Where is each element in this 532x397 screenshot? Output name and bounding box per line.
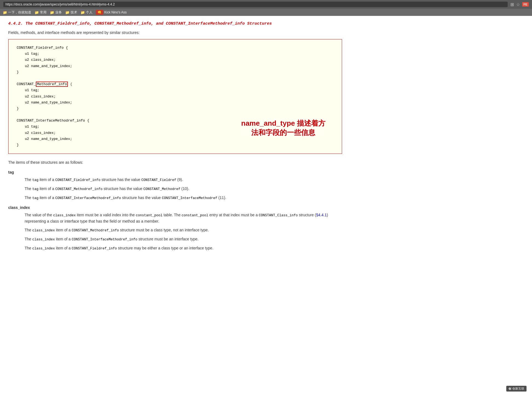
struct1-field-3: u2 name_and_type_index; (25, 63, 334, 69)
bookmarks-bar: 📁 一下，你就知道 📁 常用 📁 业务 📁 技术 📁 个人 👊 Kick Nin… (0, 9, 532, 16)
tag-def-2: The tag item of a CONSTANT_Methodref_inf… (25, 186, 342, 192)
fieldref-code-1: CONSTANT_Fieldref_info (55, 178, 100, 182)
browser-icons: ⊞ ☆ FE (510, 2, 529, 7)
struct1-field-1: u1 tag; (25, 51, 334, 57)
struct2-field-2: u2 class_index; (25, 94, 334, 100)
folder-icon-3: 📁 (50, 10, 54, 15)
class-index-code-4: class_index (32, 247, 55, 251)
section-heading: 4.4.2. The CONSTANT_Fieldref_info, CONST… (8, 21, 342, 26)
constant-class-info-code-1: CONSTANT_Class_info (259, 214, 298, 217)
term-class-index-label: class_index (8, 205, 30, 210)
class-index-def-4: The class_index item of a CONSTANT_Field… (25, 245, 342, 251)
struct2-field-3: u2 name_and_type_index; (25, 100, 334, 106)
bookmark-item-1[interactable]: 📁 一下，你就知道 (3, 10, 31, 15)
page-content: 4.4.2. The CONSTANT_Fieldref_info, CONST… (0, 16, 350, 260)
browser-toolbar: https://docs.oracle.com/javase/specs/jvm… (0, 0, 532, 9)
tag-def-1: The tag item of a CONSTANT_Fieldref_info… (25, 177, 342, 183)
folder-icon-5: 📁 (80, 10, 85, 15)
folder-icon-4: 📁 (65, 10, 70, 15)
bookmark-item-5[interactable]: 📁 个人 (80, 10, 92, 15)
bookmark-label-1: 一下，你就知道 (8, 10, 31, 15)
bookmark-label-4: 技术 (71, 10, 77, 15)
constant-fieldref-code: CONSTANT_Fieldref (141, 178, 176, 182)
interfacemethodref-code-2: CONSTANT_InterfaceMethodref_info (72, 238, 137, 241)
struct3-name: CONSTANT_InterfaceMethodref_info { (17, 119, 89, 123)
constant-pool-code-1: constant_pool (136, 214, 163, 217)
struct2-declaration: CONSTANT_Methodref_info { (17, 81, 334, 87)
bookmark-item-2[interactable]: 📁 常用 (34, 10, 47, 15)
struct1-declaration: CONSTANT_Fieldref_info { (17, 45, 334, 51)
tag-code-1: tag (32, 178, 39, 182)
struct1-close: } (17, 69, 334, 75)
url-bar[interactable]: https://docs.oracle.com/javase/specs/jvm… (3, 2, 508, 7)
struct1-field-2: u2 class_index; (25, 57, 334, 63)
methodref-code-1: CONSTANT_Methodref_info (55, 187, 103, 191)
term-class-index-heading: class_index (8, 205, 342, 210)
folder-icon-1: 📁 (3, 10, 7, 15)
special-bookmark-icon: 👊 (96, 10, 103, 15)
methodref-code-2: CONSTANT_Methodref_info (72, 229, 119, 232)
fe-badge[interactable]: FE (522, 2, 529, 7)
bookmark-label-5: 个人 (86, 10, 92, 15)
section441-link[interactable]: §4.4.1 (316, 213, 327, 217)
term-tag-label: tag (8, 170, 14, 174)
struct2-prefix: CONSTANT_ (17, 82, 36, 86)
struct2-brace: { (68, 82, 72, 86)
term-tag-heading: tag (8, 170, 342, 174)
interfacemethodref-code-1: CONSTANT_InterfaceMethodref_info (55, 196, 121, 200)
annotation-line1: name_and_type 描述着方 (241, 119, 325, 128)
class-index-code-3: class_index (32, 238, 55, 241)
annotation-line2: 法和字段的一些信息 (241, 128, 325, 137)
tag-def-3: The tag item of a CONSTANT_InterfaceMeth… (25, 195, 342, 201)
bookmark-label-3: 业务 (55, 10, 62, 15)
tag-code-2: tag (32, 187, 39, 191)
class-index-code-2: class_index (32, 229, 55, 232)
class-index-def-2: The class_index item of a CONSTANT_Metho… (25, 227, 342, 233)
translate-icon[interactable]: ⊞ (510, 2, 514, 7)
constant-interfacemethodref-code: CONSTANT_InterfaceMethodref (162, 196, 217, 200)
bookmark-label-2: 常用 (40, 10, 47, 15)
struct2-field-1: u1 tag; (25, 87, 334, 93)
items-intro: The items of these structures are as fol… (8, 159, 342, 165)
class-index-def-3: The class_index item of a CONSTANT_Inter… (25, 236, 342, 242)
intro-paragraph: Fields, methods, and interface methods a… (8, 30, 342, 35)
tag-code-3: tag (32, 196, 39, 200)
bookmark-item-4[interactable]: 📁 技术 (65, 10, 77, 15)
fieldref-code-2: CONSTANT_Fieldref_info (72, 247, 117, 251)
constant-pool-code-2: constant_pool (182, 214, 209, 217)
star-icon[interactable]: ☆ (516, 2, 520, 7)
class-index-def-1: The value of the class_index item must b… (25, 212, 342, 224)
annotation-popup: name_and_type 描述着方 法和字段的一些信息 (241, 119, 325, 137)
struct1-name: CONSTANT_Fieldref_info { (17, 46, 68, 50)
struct2-fields: u1 tag; u2 class_index; u2 name_and_type… (17, 87, 334, 106)
bookmark-item-3[interactable]: 📁 业务 (50, 10, 62, 15)
struct1-fields: u1 tag; u2 class_index; u2 name_and_type… (17, 51, 334, 69)
struct2-highlighted: Methodref_info (36, 82, 68, 87)
class-index-code-1: class_index (53, 214, 76, 217)
struct2-close: } (17, 106, 334, 112)
bookmark-item-special[interactable]: 👊 Kick Nino's Ass (96, 10, 127, 15)
bookmark-label-special: Kick Nino's Ass (104, 10, 127, 14)
folder-icon-2: 📁 (34, 10, 39, 15)
struct3-close: } (17, 142, 334, 148)
code-block: CONSTANT_Fieldref_info { u1 tag; u2 clas… (8, 39, 342, 154)
constant-methodref-code: CONSTANT_Methodref (143, 187, 180, 191)
